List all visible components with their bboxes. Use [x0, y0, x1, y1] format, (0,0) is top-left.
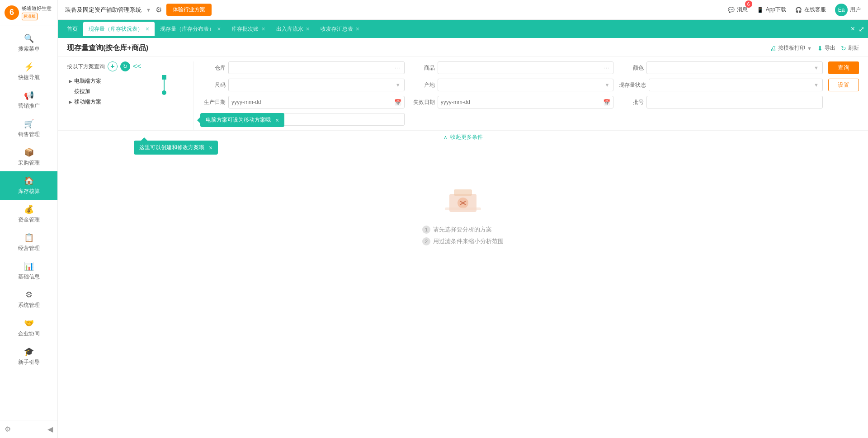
sidebar-item-system[interactable]: ⚙ 系统管理 [0, 285, 57, 314]
origin-select[interactable]: ▼ [438, 79, 614, 91]
sidebar-bottom: ⚙ ◀ [0, 420, 57, 438]
tab-inventory-status[interactable]: 现存量（库存状况表） × [83, 22, 155, 36]
tab-close-receive[interactable]: × [356, 25, 359, 33]
settings-btn[interactable]: ⚙ [5, 425, 11, 433]
tab-inventory-distribution[interactable]: 现存量（库存分布表） × [155, 22, 226, 36]
collapse-icon: ∧ [443, 134, 448, 141]
prod-date-field: 生产日期 📅 [201, 96, 405, 108]
tab-receive-summary[interactable]: 收发存汇总表 × [315, 22, 365, 36]
refresh-icon: ↻ [841, 45, 846, 52]
marketing-icon: 📢 [24, 90, 34, 100]
filter-label-row: 按以下方案查询 + ↻ << [67, 61, 188, 71]
prod-date-cal-icon[interactable]: 📅 [392, 99, 404, 106]
top-header: 装备及固定资产辅助管理系统 ▼ ⚙ 体验行业方案 💬 消息 6 📱 App下载 … [58, 0, 868, 20]
reset-btn[interactable]: 设置 [828, 79, 859, 91]
maximize-btn[interactable]: ⤢ [859, 25, 864, 33]
size-chevron: ▼ [396, 82, 401, 88]
tip-num-1: 1 [422, 226, 430, 234]
operations-icon: 📋 [24, 233, 34, 243]
connector-line [164, 80, 165, 90]
scheme-item-ansoujia[interactable]: 按搜加 [67, 86, 188, 97]
expire-date-text[interactable] [438, 99, 601, 105]
refresh-scheme-btn[interactable]: ↻ [120, 61, 130, 71]
collapse-sidebar-btn[interactable]: ◀ [47, 425, 53, 433]
system-dropdown[interactable]: ▼ [146, 7, 151, 13]
pc-tooltip-close[interactable]: × [275, 117, 279, 124]
finance-icon: 💰 [24, 204, 34, 214]
export-icon: ⬇ [817, 45, 823, 52]
tab-close-inout[interactable]: × [306, 25, 310, 33]
sidebar-item-guide[interactable]: 🎓 新手引导 [0, 342, 57, 371]
inventory-icon: 🏠 [24, 176, 34, 186]
quick-nav-icon: ⚡ [24, 62, 34, 72]
stock-status-select[interactable]: ▼ [649, 79, 823, 91]
phone-icon: 📱 [757, 7, 764, 13]
scheme-mobile[interactable]: ▶ 移动端方案 [67, 97, 188, 107]
prod-date-label: 生产日期 [201, 99, 226, 106]
sidebar-item-enterprise[interactable]: 🤝 企业协同 [0, 314, 57, 342]
app-download-action[interactable]: 📱 App下载 [757, 6, 786, 14]
query-btn[interactable]: 查询 [828, 61, 859, 74]
origin-chevron: ▼ [604, 82, 609, 88]
sidebar-item-search[interactable]: 🔍 搜索菜单 [0, 29, 57, 57]
guide-icon: 🎓 [24, 347, 34, 357]
edit-tooltip-wrap: 这里可以创建和修改方案哦 × [134, 141, 218, 155]
sidebar-item-sales[interactable]: 🛒 销售管理 [0, 114, 57, 143]
back-btn[interactable]: << [133, 62, 142, 71]
sidebar: 6 畅通道好生意 标准版 🔍 搜索菜单 ⚡ 快捷导航 📢 营销推广 🛒 销售管理… [0, 0, 58, 438]
goods-input[interactable]: ··· [438, 61, 614, 74]
batch-no-input[interactable] [646, 96, 823, 108]
sidebar-item-purchase[interactable]: 📦 采购管理 [0, 143, 57, 171]
expire-date-cal-icon[interactable]: 📅 [600, 99, 613, 106]
tab-batch-ledger[interactable]: 库存批次账 × [226, 22, 270, 36]
logo-icon: 6 [5, 5, 19, 20]
edit-tooltip-close[interactable]: × [209, 144, 212, 151]
support-icon: 🎧 [795, 7, 802, 13]
expire-date-input[interactable]: 📅 [438, 96, 614, 108]
user-menu[interactable]: Ea 用户 [835, 4, 861, 16]
prod-date-input[interactable]: 📅 [228, 96, 405, 108]
tab-close-batch[interactable]: × [261, 25, 265, 33]
action-buttons: 查询 设置 [823, 61, 859, 130]
tab-close-distribution[interactable]: × [217, 25, 221, 33]
stock-status-label: 现存量状态 [619, 81, 646, 89]
print-dropdown-icon[interactable]: ▼ [807, 46, 812, 51]
online-support-action[interactable]: 🎧 在线客服 [795, 6, 826, 14]
svg-rect-1 [454, 189, 472, 196]
template-print-btn[interactable]: 🖨 按模板打印 ▼ [770, 44, 812, 52]
scheme-list: ▶ 电脑端方案 按搜加 ▶ 移动端方案 [67, 76, 188, 107]
range-separator: — [316, 116, 325, 123]
warehouse-input[interactable]: ··· [228, 61, 405, 74]
messages-action[interactable]: 💬 消息 6 [728, 6, 748, 14]
scheme-pc[interactable]: ▶ 电脑端方案 [67, 76, 188, 86]
color-select[interactable]: ▼ [646, 61, 823, 74]
export-btn[interactable]: ⬇ 导出 [817, 44, 835, 52]
sidebar-item-finance[interactable]: 💰 资金管理 [0, 200, 57, 228]
sidebar-nav: 🔍 搜索菜单 ⚡ 快捷导航 📢 营销推广 🛒 销售管理 📦 采购管理 🏠 库存核… [0, 25, 57, 420]
sidebar-item-operations[interactable]: 📋 经营管理 [0, 228, 57, 257]
expire-date-label: 失效日期 [410, 99, 435, 106]
stock-qty-max[interactable] [325, 116, 404, 122]
color-label: 颜色 [619, 64, 644, 72]
sidebar-item-quick-nav[interactable]: ⚡ 快捷导航 [0, 57, 57, 86]
prod-date-text[interactable] [229, 99, 392, 105]
experience-btn[interactable]: 体验行业方案 [166, 4, 212, 16]
print-icon: 🖨 [770, 45, 776, 52]
pc-tooltip-wrap: 电脑方案可设为移动方案哦 × [200, 113, 284, 127]
tip-num-2: 2 [422, 237, 430, 245]
close-all-tabs-btn[interactable]: × [851, 25, 855, 33]
settings-gear-btn[interactable]: ⚙ [156, 5, 162, 14]
sidebar-item-marketing[interactable]: 📢 营销推广 [0, 86, 57, 114]
refresh-btn[interactable]: ↻ 刷新 [841, 44, 859, 52]
dot-top [162, 75, 166, 80]
size-select[interactable]: ▼ [228, 79, 405, 91]
tab-inout-flow[interactable]: 出入库流水 × [271, 22, 315, 36]
page-header: 现存量查询(按仓库+商品) 🖨 按模板打印 ▼ ⬇ 导出 ↻ 刷新 [58, 38, 868, 57]
sidebar-item-inventory[interactable]: 🏠 库存核算 [0, 171, 57, 200]
tab-close-inventory-status[interactable]: × [146, 25, 149, 33]
header-right: 💬 消息 6 📱 App下载 🎧 在线客服 Ea 用户 [728, 4, 861, 16]
sidebar-item-basic-info[interactable]: 📊 基础信息 [0, 257, 57, 285]
tab-home[interactable]: 首页 [61, 22, 83, 36]
message-badge: 6 [745, 0, 752, 8]
add-scheme-btn[interactable]: + [108, 61, 118, 71]
